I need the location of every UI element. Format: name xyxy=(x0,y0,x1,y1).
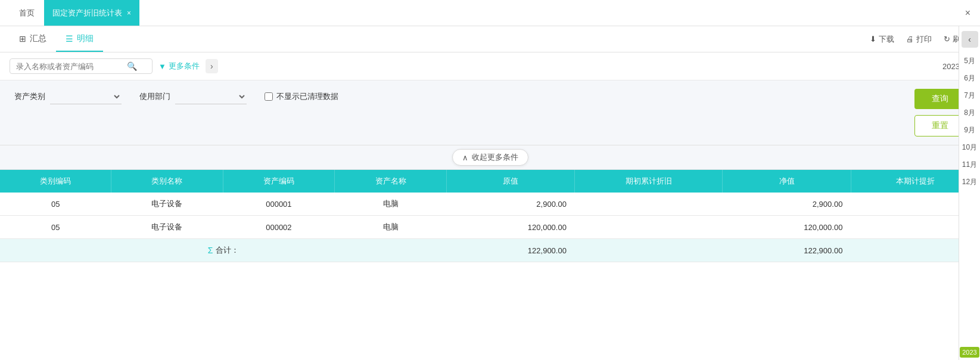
cell-net-value: 120,000.00 xyxy=(723,216,851,239)
sidebar-collapse-arrow[interactable]: ‹ xyxy=(962,31,978,48)
cell-asset-code: 000002 xyxy=(223,216,335,239)
table-row: 05 电子设备 000001 电脑 2,900.00 2,900.00 xyxy=(0,193,980,216)
cell-original-value: 2,900.00 xyxy=(446,193,575,216)
print-label: 打印 xyxy=(916,34,932,45)
col-asset-code: 资产编码 xyxy=(223,170,335,193)
window-close-button[interactable]: × xyxy=(965,8,970,18)
asset-category-filter: 资产类别 xyxy=(14,89,122,104)
download-label: 下载 xyxy=(879,34,894,45)
department-label: 使用部门 xyxy=(139,91,170,102)
summary-original-value: 122,900.00 xyxy=(446,239,575,262)
col-net-value: 净值 xyxy=(723,170,851,193)
detail-tab-icon: ☰ xyxy=(66,34,73,44)
cell-asset-code: 000001 xyxy=(223,193,335,216)
col-original-value: 原值 xyxy=(446,170,575,193)
hide-cleared-label: 不显示已清理数据 xyxy=(276,91,338,102)
cell-category-name: 电子设备 xyxy=(111,193,223,216)
col-accumulated-dep: 期初累计折旧 xyxy=(575,170,723,193)
col-asset-name: 资产名称 xyxy=(335,170,447,193)
data-table: 类别编码 类别名称 资产编码 资产名称 原值 期初累计折旧 净值 本期计提折 0… xyxy=(0,170,980,262)
search-icon: 🔍 xyxy=(127,61,137,71)
department-filter: 使用部门 xyxy=(139,89,247,104)
col-category-name: 类别名称 xyxy=(111,170,223,193)
col-category-code: 类别编码 xyxy=(0,170,111,193)
month-item-10[interactable]: 10月 xyxy=(959,139,980,156)
cell-category-code: 05 xyxy=(0,193,111,216)
search-input-wrap: 🔍 xyxy=(10,58,153,74)
top-nav: 首页 固定资产折旧统计表 × × xyxy=(0,0,980,26)
cell-accumulated-dep xyxy=(575,216,723,239)
more-conditions-button[interactable]: ▼ 更多条件 xyxy=(158,61,200,72)
month-item-11[interactable]: 11月 xyxy=(959,156,980,173)
filter-label: 更多条件 xyxy=(169,61,200,72)
sum-icon: Σ xyxy=(208,246,213,255)
filter-section: 资产类别 使用部门 不显示已清理数据 查询 重置 xyxy=(0,80,980,145)
summary-tab-icon: ⊞ xyxy=(19,34,26,44)
collapse-icon: ∧ xyxy=(462,153,468,162)
cell-accumulated-dep xyxy=(575,193,723,216)
table-container: 类别编码 类别名称 资产编码 资产名称 原值 期初累计折旧 净值 本期计提折 0… xyxy=(0,170,980,360)
search-bar: 🔍 ▼ 更多条件 › 2023.01 xyxy=(0,52,980,80)
cell-asset-name: 电脑 xyxy=(335,193,447,216)
filter-icon: ▼ xyxy=(158,62,166,71)
summary-net-value: 122,900.00 xyxy=(723,239,851,262)
filter-row: 资产类别 使用部门 不显示已清理数据 xyxy=(14,89,897,104)
summary-accumulated-dep xyxy=(575,239,723,262)
print-button[interactable]: 🖨 打印 xyxy=(906,34,932,45)
collapse-row: ∧ 收起更多条件 xyxy=(0,145,980,170)
summary-tab-label: 汇总 xyxy=(30,33,46,44)
active-tab[interactable]: 固定资产折旧统计表 × xyxy=(44,0,139,26)
table-header-row: 类别编码 类别名称 资产编码 资产名称 原值 期初累计折旧 净值 本期计提折 xyxy=(0,170,980,193)
table-summary-row: Σ 合计： 122,900.00 122,900.00 xyxy=(0,239,980,262)
right-sidebar: ‹ 5月 6月 7月 8月 9月 10月 11月 12月 2023 xyxy=(959,26,980,360)
main-content: ⊞ 汇总 ☰ 明细 ⬇ 下载 🖨 打印 ↻ 刷新 🔍 xyxy=(0,26,980,360)
detail-tab-label: 明细 xyxy=(77,33,94,44)
cell-original-value: 120,000.00 xyxy=(446,216,575,239)
month-item-12[interactable]: 12月 xyxy=(959,173,980,191)
sub-tabs-bar: ⊞ 汇总 ☰ 明细 ⬇ 下载 🖨 打印 ↻ 刷新 xyxy=(0,26,980,52)
hide-cleared-checkbox-item[interactable]: 不显示已清理数据 xyxy=(265,91,338,102)
cell-category-name: 电子设备 xyxy=(111,216,223,239)
asset-category-select[interactable] xyxy=(50,89,122,104)
collapse-conditions-button[interactable]: ∧ 收起更多条件 xyxy=(452,149,528,166)
tab-label: 固定资产折旧统计表 xyxy=(52,8,122,18)
summary-label-text: 合计： xyxy=(216,245,239,256)
tab-summary[interactable]: ⊞ 汇总 xyxy=(10,26,56,52)
month-item-6[interactable]: 6月 xyxy=(959,70,980,87)
cell-net-value: 2,900.00 xyxy=(723,193,851,216)
expand-sidebar-button[interactable]: › xyxy=(206,59,218,73)
month-item-8[interactable]: 8月 xyxy=(959,104,980,122)
print-icon: 🖨 xyxy=(906,35,914,44)
refresh-icon: ↻ xyxy=(944,35,950,44)
toolbar-right: ⬇ 下载 🖨 打印 ↻ 刷新 xyxy=(870,34,968,45)
cell-category-code: 05 xyxy=(0,216,111,239)
year-badge: 2023 xyxy=(960,347,979,358)
collapse-label: 收起更多条件 xyxy=(472,152,518,163)
month-item-9[interactable]: 9月 xyxy=(959,122,980,139)
search-input[interactable] xyxy=(16,62,123,71)
home-nav[interactable]: 首页 xyxy=(10,8,44,18)
department-select[interactable] xyxy=(175,89,247,104)
summary-label-cell: Σ 合计： xyxy=(0,239,446,262)
month-item-7[interactable]: 7月 xyxy=(959,87,980,104)
table-row: 05 电子设备 000002 电脑 120,000.00 120,000.00 xyxy=(0,216,980,239)
tab-detail[interactable]: ☰ 明细 xyxy=(56,26,103,52)
hide-cleared-checkbox[interactable] xyxy=(265,92,273,101)
asset-category-label: 资产类别 xyxy=(14,91,45,102)
tab-close-icon[interactable]: × xyxy=(127,9,131,17)
cell-asset-name: 电脑 xyxy=(335,216,447,239)
month-item-5[interactable]: 5月 xyxy=(959,52,980,70)
download-icon: ⬇ xyxy=(870,35,876,44)
download-button[interactable]: ⬇ 下载 xyxy=(870,34,894,45)
